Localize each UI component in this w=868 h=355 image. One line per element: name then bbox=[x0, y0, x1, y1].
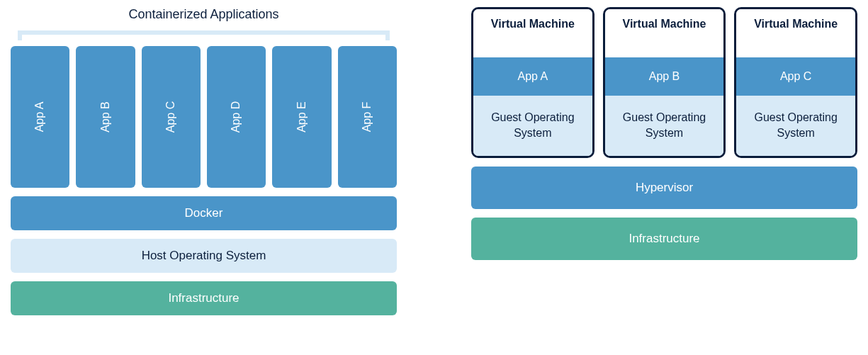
vm-app-label: App A bbox=[473, 57, 592, 96]
app-label: App E bbox=[295, 101, 308, 133]
vm-box-c: Virtual Machine App C Guest Operating Sy… bbox=[734, 7, 857, 158]
app-label: App B bbox=[99, 101, 112, 133]
app-box-d: App D bbox=[207, 46, 266, 188]
app-label: App C bbox=[164, 101, 177, 133]
container-title: Containerized Applications bbox=[11, 7, 397, 22]
diagram-container: Containerized Applications App A App B A… bbox=[11, 7, 857, 324]
vm-title: Virtual Machine bbox=[605, 9, 724, 57]
vm-stack: Virtual Machine App A Guest Operating Sy… bbox=[471, 7, 857, 324]
vm-box-a: Virtual Machine App A Guest Operating Sy… bbox=[471, 7, 594, 158]
infrastructure-layer-left: Infrastructure bbox=[11, 281, 397, 315]
app-box-c: App C bbox=[142, 46, 201, 188]
vm-guest-os-label: Guest Operating System bbox=[605, 96, 724, 156]
container-stack: Containerized Applications App A App B A… bbox=[11, 7, 397, 324]
docker-layer: Docker bbox=[11, 196, 397, 230]
vms-row: Virtual Machine App A Guest Operating Sy… bbox=[471, 7, 857, 158]
app-box-e: App E bbox=[272, 46, 331, 188]
app-box-f: App F bbox=[338, 46, 397, 188]
app-label: App A bbox=[34, 102, 47, 133]
apps-row: App A App B App C App D App E App F bbox=[11, 46, 397, 188]
app-box-a: App A bbox=[11, 46, 69, 188]
vm-box-b: Virtual Machine App B Guest Operating Sy… bbox=[603, 7, 726, 158]
host-os-layer: Host Operating System bbox=[11, 239, 397, 273]
infrastructure-layer-right: Infrastructure bbox=[471, 218, 857, 260]
vm-title: Virtual Machine bbox=[736, 9, 855, 57]
app-label: App D bbox=[230, 101, 243, 133]
apps-bracket bbox=[18, 30, 390, 40]
app-label: App F bbox=[361, 102, 373, 133]
vm-app-label: App B bbox=[605, 57, 724, 96]
vm-app-label: App C bbox=[736, 57, 855, 96]
vm-guest-os-label: Guest Operating System bbox=[736, 96, 855, 156]
vm-title: Virtual Machine bbox=[473, 9, 592, 57]
app-box-b: App B bbox=[76, 46, 135, 188]
vm-guest-os-label: Guest Operating System bbox=[473, 96, 592, 156]
hypervisor-layer: Hypervisor bbox=[471, 167, 857, 209]
